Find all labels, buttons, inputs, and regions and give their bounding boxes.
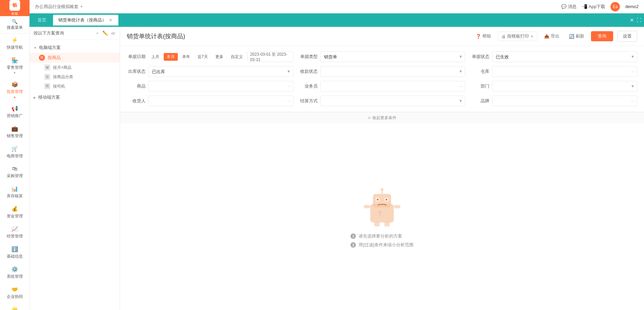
- messages-button[interactable]: 💬 消息: [561, 4, 577, 10]
- sidebar-item-guide[interactable]: 🌟 新手引导: [0, 303, 29, 310]
- filter-doc-type-item: 单据类型 销货单 ▼: [299, 51, 466, 62]
- tab-maximize-icon[interactable]: ⛶: [637, 17, 641, 23]
- page-actions: ❓ 帮助 🖨 按模板打印 ▼ 📤 导出 🔄 刷新: [473, 31, 637, 42]
- tab-home-label: 首页: [38, 17, 46, 23]
- last-month-btn[interactable]: 上月: [148, 53, 162, 61]
- tree-item-by-month-product[interactable]: M 按月+商品: [30, 63, 120, 72]
- tab-sales-stat[interactable]: 销货单统计表（按商品） ✕: [53, 15, 118, 25]
- filter-doc-status-item: 单据状态 已生效 ▼: [471, 51, 637, 62]
- settings-button[interactable]: 设置: [617, 31, 637, 42]
- sidebar-item-corp[interactable]: 🤝 企业协同: [0, 283, 29, 303]
- filter-row-3: 商品 ··· 业务员 ··· 部门: [127, 81, 637, 92]
- tree-group-desktop-header[interactable]: ▼ 电脑端方案: [30, 43, 120, 53]
- refresh-button[interactable]: 🔄 刷新: [566, 32, 587, 41]
- salesperson-dots-icon[interactable]: ···: [459, 84, 463, 89]
- svg-rect-1: [373, 194, 391, 207]
- salesperson-input[interactable]: [320, 81, 466, 92]
- help-button[interactable]: ❓ 帮助: [473, 32, 494, 41]
- edit-scheme-icon[interactable]: ✏️: [102, 31, 108, 36]
- top-header: 办公用品行业模拟账套 ▼ 💬 消息 📲 App下载 Ea demo2: [30, 0, 644, 13]
- out-status-label: 出库状态: [127, 68, 146, 74]
- hint-2-text: 用[过滤]条件来缩小分析范围: [359, 242, 413, 248]
- more-dates-btn[interactable]: 更多: [212, 53, 226, 61]
- sidebar-item-basic[interactable]: ℹ️ 基础信息: [0, 243, 29, 263]
- pay-status-select[interactable]: [320, 66, 466, 77]
- doc-type-select-wrapper: 销货单 ▼: [320, 51, 466, 62]
- panel-header: 按以下方案查询 ＋ ✏️ ≪: [30, 27, 120, 40]
- tree-item-by-category[interactable]: 分 按商品分类: [30, 72, 120, 82]
- finance-label: 资金管理: [7, 213, 23, 219]
- date-quick-buttons: 上月 本月 本年 近7天 更多 自定义: [148, 53, 246, 61]
- brand-input[interactable]: [492, 96, 637, 106]
- tree-item-by-machine[interactable]: 司 按司机: [30, 82, 120, 91]
- sidebar-item-purchase[interactable]: 🛍 采购管理: [0, 162, 29, 182]
- add-scheme-icon[interactable]: ＋: [95, 30, 100, 36]
- hint-1-text: 请先选择要分析的方案: [359, 233, 402, 239]
- sidebar-item-marketing[interactable]: 📢 营销推广: [0, 102, 29, 122]
- warehouse-dots-icon[interactable]: ···: [631, 69, 635, 74]
- product-input[interactable]: [148, 81, 293, 92]
- brand-dots-icon[interactable]: ···: [631, 99, 635, 103]
- search-menu-button[interactable]: 🔍 搜索菜单: [0, 16, 29, 34]
- consignee-dots-icon[interactable]: ···: [287, 99, 291, 103]
- wholesale-label: 批发管理: [7, 89, 23, 95]
- print-icon: 🖨: [501, 34, 506, 39]
- sidebar-item-quick-nav[interactable]: ⚡ 快捷导航: [0, 34, 29, 54]
- collapse-panel-icon[interactable]: ≪: [111, 31, 116, 36]
- ecommerce-label: 电商管理: [7, 153, 23, 159]
- product-input-wrapper: ···: [148, 81, 293, 92]
- this-year-btn[interactable]: 本年: [179, 53, 193, 61]
- consignee-input[interactable]: [148, 96, 293, 106]
- sidebar-item-ecommerce[interactable]: 🛒 电商管理: [0, 142, 29, 162]
- svg-point-5: [385, 199, 387, 201]
- app-logo[interactable]: 畅 标版: [0, 0, 30, 16]
- svg-rect-10: [374, 222, 380, 226]
- print-button[interactable]: 🖨 按模板打印 ▼: [498, 32, 537, 41]
- date-filter-label: 单据日期: [127, 54, 146, 60]
- out-status-select[interactable]: 已出库: [148, 66, 293, 77]
- collapse-bar[interactable]: ∧ 收起更多条件: [120, 112, 644, 123]
- sidebar-item-retail[interactable]: 🏪 零售管理 ▼: [0, 54, 29, 78]
- department-select[interactable]: [492, 81, 637, 92]
- tab-home[interactable]: 首页: [32, 15, 52, 25]
- last-7days-btn[interactable]: 近7天: [195, 53, 211, 61]
- user-avatar[interactable]: Ea: [610, 2, 620, 11]
- industry-name: 办公用品行业模拟账套: [35, 4, 78, 10]
- collapse-label: 收起更多条件: [372, 115, 396, 120]
- tree-group-mobile-header[interactable]: ▶ 移动端方案: [30, 92, 120, 102]
- system-label: 系统管理: [7, 274, 23, 279]
- sidebar-item-inventory[interactable]: 📊 库存核算: [0, 182, 29, 202]
- filter-out-status-item: 出库状态 已出库 ▼: [127, 66, 293, 77]
- sidebar-item-sales[interactable]: 💼 销售管理: [0, 122, 29, 142]
- this-month-btn[interactable]: 本月: [164, 53, 178, 61]
- product-dots-icon[interactable]: ···: [287, 84, 291, 89]
- export-button[interactable]: 📤 导出: [541, 32, 562, 41]
- filter-product-item: 商品 ···: [127, 81, 293, 92]
- filter-pay-status-item: 收款状态 ▼: [299, 66, 466, 77]
- filter-salesperson-item: 业务员 ···: [299, 81, 466, 92]
- corp-label: 企业协同: [7, 294, 23, 300]
- sidebar: 畅 标版 🔍 搜索菜单 ⚡ 快捷导航 🏪 零售管理 ▼ 📦 批发管理 ▲ 📢 营…: [0, 0, 30, 310]
- query-button[interactable]: 查询: [591, 31, 613, 41]
- app-download-button[interactable]: 📲 App下载: [582, 4, 605, 10]
- payment-select[interactable]: [320, 96, 466, 106]
- salesperson-input-wrapper: ···: [320, 81, 466, 92]
- industry-dropdown[interactable]: 办公用品行业模拟账套 ▼: [35, 4, 83, 10]
- date-range-input[interactable]: 2023-03-01 至 2023-03-31: [247, 51, 293, 62]
- tab-close-icon[interactable]: ✕: [108, 18, 113, 22]
- sidebar-item-operations[interactable]: 📈 经营管理: [0, 222, 29, 243]
- help-label: 帮助: [482, 33, 491, 39]
- salesperson-label: 业务员: [299, 83, 318, 89]
- tree-item-by-product[interactable]: 商 按商品: [30, 53, 120, 63]
- sidebar-item-system[interactable]: ⚙️ 系统管理: [0, 263, 29, 283]
- filter-area: 单据日期 上月 本月 本年 近7天 更多 自定义 2023-: [120, 46, 644, 112]
- sidebar-item-finance[interactable]: 💰 资金管理: [0, 202, 29, 222]
- tab-close-window-icon[interactable]: ✕: [630, 17, 634, 23]
- doc-status-select[interactable]: 已生效: [492, 51, 637, 62]
- custom-date-btn[interactable]: 自定义: [228, 53, 246, 61]
- doc-type-select[interactable]: 销货单: [320, 51, 466, 62]
- sidebar-item-wholesale[interactable]: 📦 批发管理 ▲: [0, 78, 29, 102]
- refresh-icon: 🔄: [569, 34, 574, 39]
- warehouse-input[interactable]: [492, 66, 637, 77]
- empty-hints: 1 请先选择要分析的方案 2 用[过滤]条件来缩小分析范围: [351, 233, 413, 248]
